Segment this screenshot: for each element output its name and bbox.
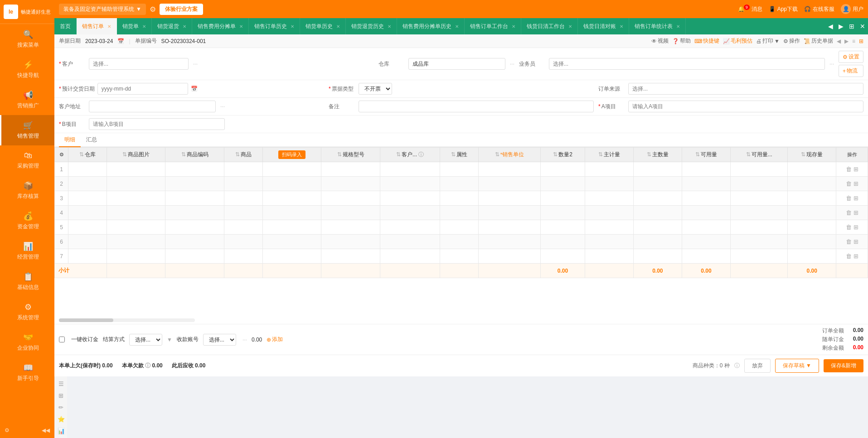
row-spec[interactable] [321, 162, 380, 177]
warehouse-more-btn[interactable]: ··· [510, 61, 514, 67]
nav-prev-icon[interactable]: ◀ [837, 38, 841, 44]
row-product[interactable] [224, 177, 263, 191]
row-available[interactable] [682, 162, 730, 177]
row-stock[interactable] [788, 162, 836, 177]
row-spec[interactable] [321, 220, 380, 235]
sidebar-item-system[interactable]: ⚙ 系统管理 [0, 297, 54, 327]
row-available2[interactable] [731, 249, 788, 264]
address-more-btn[interactable]: ··· [220, 103, 225, 110]
row-unit[interactable] [478, 162, 541, 177]
copy-row-icon[interactable]: ⊞ [853, 195, 858, 202]
row-available[interactable] [682, 177, 730, 191]
tab-expense-history[interactable]: 销售费用分摊单历史 ✕ [397, 18, 465, 34]
right-panel-icon-5[interactable]: 📊 [56, 425, 67, 436]
th-main-unit[interactable]: ⇅主计量 [585, 148, 633, 162]
row-unit[interactable] [478, 191, 541, 206]
tab-home[interactable]: 首页 [54, 18, 77, 34]
customer-more-btn[interactable]: ··· [193, 61, 198, 67]
row-product[interactable] [224, 162, 263, 177]
row-warehouse[interactable] [68, 220, 107, 235]
delete-row-icon[interactable]: 🗑 [846, 238, 852, 245]
help-btn[interactable]: ❓ 帮助 [672, 37, 691, 45]
row-image[interactable] [107, 220, 165, 235]
row-qty2[interactable] [541, 249, 585, 264]
th-available2[interactable]: ⇅可用量... [731, 148, 788, 162]
row-stock[interactable] [788, 235, 836, 249]
row-attribute[interactable] [440, 177, 478, 191]
row-customer-code[interactable] [380, 249, 440, 264]
row-customer-code[interactable] [380, 162, 440, 177]
tab-reconcile[interactable]: 钱货日清对账 ✕ [578, 18, 629, 34]
delete-row-icon[interactable]: 🗑 [846, 224, 852, 231]
tab-history[interactable]: 销售订单历史 ✕ [249, 18, 300, 34]
list-view-icon[interactable]: ≡ [852, 38, 855, 44]
close-tab-icon[interactable]: ✕ [388, 24, 391, 29]
row-code[interactable] [165, 220, 224, 235]
close-tab-icon[interactable]: ✕ [336, 24, 340, 29]
print-btn[interactable]: 🖨 打印 ▼ [756, 37, 780, 45]
row-spec[interactable] [321, 191, 380, 206]
row-available2[interactable] [731, 206, 788, 220]
row-warehouse[interactable] [68, 249, 107, 264]
row-customer-code[interactable] [380, 220, 440, 235]
delete-row-icon[interactable]: 🗑 [846, 166, 852, 173]
row-stock[interactable] [788, 191, 836, 206]
delivery-calendar-icon[interactable]: 📅 [191, 86, 198, 92]
row-qty2[interactable] [541, 191, 585, 206]
row-stock[interactable] [788, 177, 836, 191]
row-attribute[interactable] [440, 249, 478, 264]
row-main-qty[interactable] [633, 220, 682, 235]
row-attribute[interactable] [440, 220, 478, 235]
save-draft-dropdown-icon[interactable]: ▼ [806, 362, 811, 369]
row-warehouse[interactable] [68, 162, 107, 177]
row-qty2[interactable] [541, 206, 585, 220]
row-available2[interactable] [731, 162, 788, 177]
add-logistics-btn[interactable]: + 物流 [839, 65, 863, 77]
row-warehouse[interactable] [68, 191, 107, 206]
grid-view-icon[interactable]: ⊞ [859, 38, 863, 44]
settings-side-btn[interactable]: ⚙ ⚙ 设置 设置 [839, 51, 863, 63]
row-available[interactable] [682, 249, 730, 264]
row-image[interactable] [107, 206, 165, 220]
row-stock[interactable] [788, 220, 836, 235]
row-qty2[interactable] [541, 162, 585, 177]
th-stock[interactable]: ⇅现存量 [788, 148, 836, 162]
salesperson-more-btn[interactable]: ··· [829, 61, 834, 67]
right-panel-icon-2[interactable]: ⊞ [56, 390, 67, 401]
delivery-date-input[interactable] [97, 83, 188, 95]
row-main-qty[interactable] [633, 206, 682, 220]
row-stock[interactable] [788, 206, 836, 220]
row-qty2[interactable] [541, 235, 585, 249]
table-scrollbar[interactable] [54, 317, 868, 324]
row-main-qty[interactable] [633, 235, 682, 249]
row-customer-code[interactable] [380, 177, 440, 191]
row-spec[interactable] [321, 206, 380, 220]
tab-invoice-history[interactable]: 销货单历史 ✕ [300, 18, 346, 34]
payment-method-select[interactable]: 选择... [129, 334, 162, 346]
th-product[interactable]: ⇅商品 [224, 148, 263, 162]
settings-icon[interactable]: ⚙ [150, 5, 156, 14]
row-product[interactable] [224, 206, 263, 220]
th-attribute[interactable]: ⇅属性 [440, 148, 478, 162]
row-product[interactable] [224, 191, 263, 206]
close-tab-icon[interactable]: ✕ [568, 24, 572, 29]
th-image[interactable]: ⇅商品图片 [107, 148, 165, 162]
app-download-btn[interactable]: 📱 App下载 [769, 5, 798, 13]
order-source-input[interactable] [628, 83, 863, 95]
row-available[interactable] [682, 220, 730, 235]
tab-daily-clear[interactable]: 钱货日清工作台 ✕ [521, 18, 578, 34]
history-btn[interactable]: 📜 历史单据 [804, 37, 833, 45]
row-spec[interactable] [321, 177, 380, 191]
row-unit[interactable] [478, 206, 541, 220]
row-image[interactable] [107, 177, 165, 191]
sidebar-item-quicknav[interactable]: ⚡ 快捷导航 [0, 54, 54, 85]
row-customer-code[interactable] [380, 191, 440, 206]
delete-row-icon[interactable]: 🗑 [846, 195, 852, 202]
row-main-unit[interactable] [585, 191, 633, 206]
right-panel-icon-4[interactable]: ⭐ [56, 414, 67, 424]
tab-sales-order[interactable]: 销售订单 ✕ [77, 18, 117, 34]
row-code[interactable] [165, 191, 224, 206]
sidebar-item-guide[interactable]: 📖 新手引导 [0, 357, 54, 388]
calendar-icon[interactable]: 📅 [117, 38, 124, 44]
tab-sales-invoice[interactable]: 销货单 ✕ [117, 18, 152, 34]
